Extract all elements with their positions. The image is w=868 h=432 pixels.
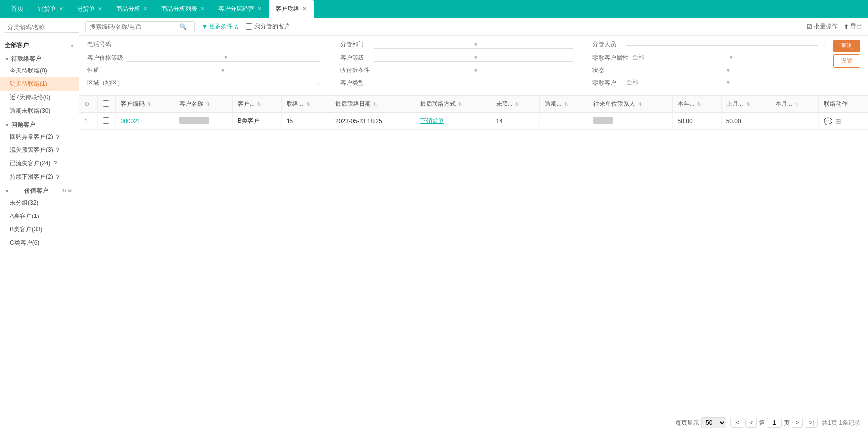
- filter-customer-level: 客户等级 ▼: [340, 54, 573, 62]
- my-customer-checkbox[interactable]: [246, 23, 252, 30]
- chevron-down-icon: ▼: [726, 80, 825, 85]
- nav-home[interactable]: 首页: [4, 0, 31, 18]
- col-contact-count: 联络... ⇅: [281, 96, 330, 113]
- retail-attr-select[interactable]: 全部 ▼: [632, 52, 825, 63]
- sidebar-item-tomorrow[interactable]: 明天待联络(1): [0, 77, 79, 91]
- sort-icon[interactable]: ⇅: [795, 101, 798, 107]
- nav-tab-sales[interactable]: 销货单 ✕: [31, 0, 70, 18]
- current-page-input[interactable]: [767, 418, 782, 428]
- toolbar-search-box: 🔍: [85, 21, 195, 32]
- page-label: 第: [759, 419, 765, 427]
- export-icon: ⬆: [844, 23, 849, 30]
- dept-select[interactable]: ▼: [374, 41, 573, 49]
- region-select[interactable]: [127, 82, 313, 84]
- top-navigation: 首页 销货单 ✕ 进货单 ✕ 商品分析 ✕ 商品分析列表 ✕ 客户分层经营 ✕ …: [0, 0, 868, 18]
- close-icon[interactable]: ✕: [59, 6, 63, 12]
- filter-row-4: 区域（地区） ··· 客户类型: [87, 77, 825, 88]
- sidebar-item-churn-warning[interactable]: 流失预警客户(3) ？: [0, 144, 79, 157]
- sidebar-item-class-b[interactable]: B类客户(33): [0, 223, 79, 236]
- sort-icon[interactable]: ⇅: [564, 101, 568, 107]
- filter-row-3: 性质 ▼ 收付款条件 ▼: [87, 66, 825, 74]
- sidebar-item-class-a[interactable]: A类客户(1): [0, 210, 79, 223]
- row-last-contact-method[interactable]: 下销货单: [415, 113, 491, 130]
- close-icon[interactable]: ✕: [200, 6, 205, 12]
- phone-input[interactable]: [121, 40, 320, 49]
- sidebar-item-today[interactable]: 今天待联络(0): [0, 64, 79, 77]
- col-last-contact-date: 最后联络日期 ⇅: [330, 96, 415, 113]
- sidebar-item-ungrouped[interactable]: 未分组(32): [0, 196, 79, 210]
- export-button[interactable]: ⬆ 导出: [844, 22, 862, 31]
- chat-icon[interactable]: 💬: [824, 117, 832, 125]
- nav-tab-customer-contact[interactable]: 客户联络 ✕: [269, 0, 314, 18]
- prev-page-button[interactable]: <: [745, 418, 757, 428]
- query-button[interactable]: 查询: [833, 40, 860, 52]
- nav-tab-product-analysis-list[interactable]: 商品分析列表 ✕: [154, 0, 212, 18]
- toolbar-search-icon[interactable]: 🔍: [179, 23, 187, 30]
- sidebar-item-class-c[interactable]: C类客户(6): [0, 236, 79, 250]
- collapse-icon[interactable]: «: [71, 42, 74, 49]
- filter-phone: 电话号码: [87, 40, 320, 49]
- payment-select[interactable]: ▼: [374, 67, 573, 74]
- per-page-label: 每页显示: [675, 419, 699, 427]
- chevron-down-icon: ▼: [473, 68, 573, 73]
- retail-customer-select[interactable]: 全部 ▼: [626, 77, 825, 88]
- nav-tab-purchase[interactable]: 进货单 ✕: [70, 0, 109, 18]
- reset-button[interactable]: 设置: [833, 54, 860, 68]
- nav-tab-product-analysis[interactable]: 商品分析 ✕: [109, 0, 154, 18]
- select-all-checkbox[interactable]: [103, 100, 109, 107]
- row-select-checkbox[interactable]: [103, 117, 109, 124]
- sort-icon[interactable]: ⇅: [147, 101, 151, 107]
- last-page-button[interactable]: >|: [805, 418, 818, 428]
- close-icon[interactable]: ✕: [302, 6, 307, 12]
- next-page-button[interactable]: >: [792, 418, 803, 428]
- close-icon[interactable]: ✕: [98, 6, 102, 12]
- sidebar-item-7days[interactable]: 近7天待联络(0): [0, 91, 79, 104]
- nature-select[interactable]: ▼: [121, 67, 320, 74]
- qr-icon[interactable]: ⊞: [835, 117, 841, 125]
- filter-row-1: 电话号码 分管部门 ▼ 分管人员: [87, 40, 825, 49]
- sidebar-item-declining[interactable]: 持续下滑客户(2) ？: [0, 170, 79, 184]
- sort-icon[interactable]: ⇅: [746, 101, 750, 107]
- sidebar-group-pending: 待联络客户: [0, 52, 79, 64]
- close-icon[interactable]: ✕: [143, 6, 147, 12]
- nav-tab-customer-stratification[interactable]: 客户分层经营 ✕: [212, 0, 269, 18]
- sort-icon[interactable]: ⇅: [206, 101, 210, 107]
- customer-level-select[interactable]: ▼: [374, 54, 573, 62]
- page-suffix: 页: [784, 419, 790, 427]
- sidebar-item-overdue[interactable]: 逾期未联络(30): [0, 104, 79, 118]
- region-more-icon[interactable]: ···: [315, 79, 320, 86]
- sort-icon[interactable]: ⇅: [697, 101, 701, 107]
- sort-icon[interactable]: ⇅: [257, 101, 261, 107]
- sort-icon[interactable]: ⇅: [638, 101, 642, 107]
- sort-icon[interactable]: ⇅: [306, 101, 310, 107]
- sidebar-item-churned[interactable]: 已流失客户(24) ？: [0, 157, 79, 170]
- pagination: 每页显示 50 100 200 |< < 第 页 > >| 共1页 1条记录: [79, 413, 868, 432]
- customer-type-select[interactable]: [374, 82, 573, 84]
- col-unlisted: 未联... ⇅: [491, 96, 539, 113]
- sort-icon[interactable]: ⇅: [515, 101, 519, 107]
- close-icon[interactable]: ✕: [257, 6, 262, 12]
- sort-icon[interactable]: ⇅: [458, 101, 462, 107]
- first-page-button[interactable]: |<: [730, 418, 743, 428]
- filter-icon: ▼: [202, 23, 208, 30]
- more-filter-button[interactable]: ▼ 更多条件 ∧: [199, 21, 242, 32]
- chevron-down-icon: ▼: [726, 68, 825, 73]
- per-page-select[interactable]: 50 100 200: [701, 417, 726, 428]
- customer-level-label: 客户等级: [340, 54, 370, 62]
- sort-icon[interactable]: ⇅: [373, 101, 377, 107]
- filter-status: 状态 ▼: [592, 66, 825, 74]
- toolbar-search-input[interactable]: [90, 23, 179, 30]
- person-more-icon[interactable]: ···: [820, 41, 825, 48]
- price-level-select[interactable]: ▼: [127, 54, 320, 62]
- value-group-icons[interactable]: ↻ ✏: [62, 188, 72, 194]
- person-select[interactable]: [626, 43, 818, 46]
- col-contact-person: 往来单位联系人 ⇅: [588, 96, 672, 113]
- all-customers-label[interactable]: 全部客户 «: [0, 37, 79, 52]
- settings-icon[interactable]: ⚙: [84, 101, 90, 108]
- row-code[interactable]: 000021: [115, 113, 174, 130]
- status-select[interactable]: ▼: [626, 67, 825, 74]
- row-name[interactable]: [174, 113, 232, 130]
- batch-operation-button[interactable]: ☑ 批量操作: [807, 22, 838, 31]
- sidebar-search-input[interactable]: [4, 22, 79, 33]
- sidebar-item-repurchase-abnormal[interactable]: 回购异常客户(2) ？: [0, 130, 79, 144]
